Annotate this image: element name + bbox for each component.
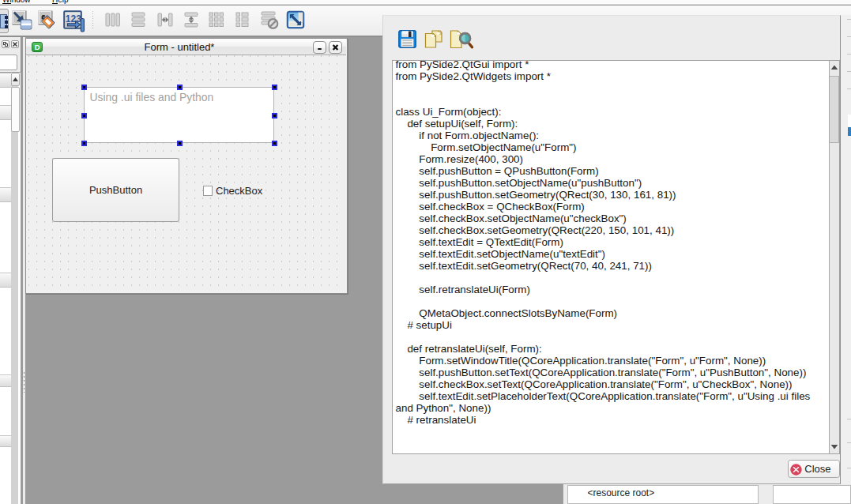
svg-text:123: 123 — [66, 13, 81, 24]
